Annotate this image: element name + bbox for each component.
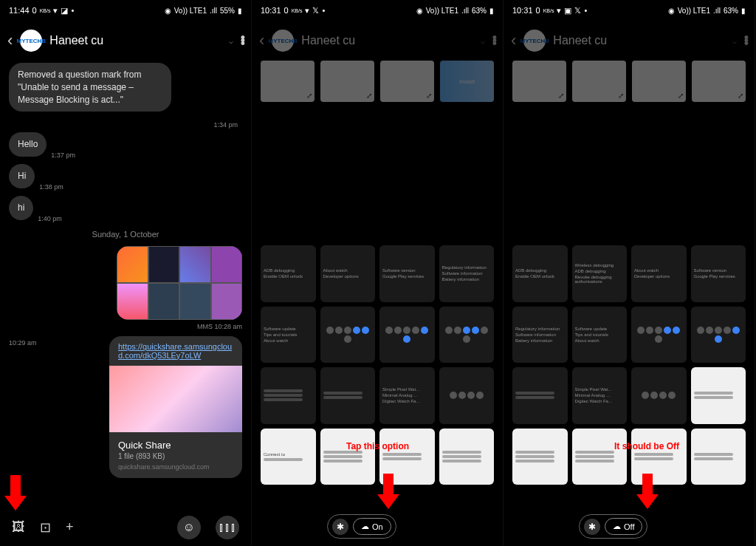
status-speed: 0 (32, 6, 37, 15)
gallery-thumbnail[interactable]: About watchDeveloper options (631, 245, 687, 302)
battery-icon: ▮ (741, 7, 746, 15)
more-menu-button[interactable]: ••• (744, 36, 747, 45)
signal-icon: .ıll (713, 7, 721, 15)
gallery-thumbnail[interactable] (261, 367, 316, 424)
install-label: Install (459, 78, 475, 85)
more-menu-button[interactable]: ••• (241, 36, 244, 45)
gallery-thumbnail[interactable] (691, 307, 746, 364)
gallery-thumbnail[interactable]: Regulatory informationSoftware informati… (512, 307, 568, 364)
gallery-thumbnail[interactable]: Software updateTips and tutorialsAbout w… (572, 307, 628, 364)
expand-icon: ⤢ (426, 92, 432, 100)
gallery-thumbnail[interactable] (320, 429, 376, 485)
gallery-thumbnail[interactable] (631, 367, 687, 424)
gallery-thumbnail[interactable] (512, 367, 568, 424)
down-arrow-icon: ▾ (53, 6, 58, 16)
battery-icon: ▮ (238, 7, 242, 15)
status-bar: 10:31 0 KB/s ▾ ▣ 𝕏 • ◉ Vo)) LTE1 .ıll 63… (504, 0, 755, 21)
status-bar: 11:44 0 KB/s ▾ ◪ • ◉ Vo)) LTE1 .ıll 55% … (0, 0, 251, 21)
cloud-toggle-pill[interactable]: ☁ On (353, 518, 391, 535)
gallery-thumbnail[interactable]: Connect to (261, 429, 316, 485)
back-button[interactable]: ‹ (7, 31, 13, 50)
gallery-grid[interactable]: ADB debuggingEnable OEM unlock About wat… (252, 239, 503, 491)
annotation-arrow (636, 474, 659, 511)
twitter-icon: 𝕏 (574, 6, 581, 16)
gallery-app-icon: ✱ (332, 519, 348, 535)
panel-conversation: 11:44 0 KB/s ▾ ◪ • ◉ Vo)) LTE1 .ıll 55% … (0, 0, 252, 546)
annotation-text: Tap this option (346, 441, 409, 451)
add-button[interactable]: + (66, 519, 74, 536)
gallery-thumbnail[interactable] (691, 367, 746, 424)
gallery-thumbnail[interactable]: Simple Pixel Wat...Minimal Analog ...Dig… (379, 367, 435, 424)
annotation-arrow (4, 475, 27, 512)
cloud-toggle-pill[interactable]: ☁ Off (605, 518, 642, 535)
gallery-thumbnail[interactable]: ADB debuggingEnable OEM unlock (512, 245, 568, 302)
contact-name[interactable]: Haneet cu (49, 34, 224, 47)
message-incoming[interactable]: Hello (9, 132, 47, 157)
status-time: 10:31 (512, 6, 533, 15)
contact-avatar[interactable]: MYTECHB (20, 30, 42, 52)
gallery-thumbnail[interactable] (320, 307, 376, 364)
chat-header-dimmed: ‹ MYTECHB Haneet cu ⌵ ••• (504, 21, 755, 61)
link-preview-card[interactable]: https://quickshare.samsungcloud.com/dkQ5… (109, 336, 242, 478)
expand-icon: ⤢ (678, 92, 684, 100)
status-speed-unit: KB/s (543, 8, 554, 13)
panel-gallery-picker-off: 10:31 0 KB/s ▾ ▣ 𝕏 • ◉ Vo)) LTE1 .ıll 63… (504, 0, 755, 546)
gallery-thumbnail[interactable] (439, 367, 495, 424)
message-incoming[interactable]: hi (9, 196, 33, 220)
back-button[interactable]: ‹ (511, 31, 516, 50)
gallery-thumbnail[interactable] (439, 429, 495, 485)
chat-scroll-area[interactable]: Removed a question mark from "Unable to … (0, 61, 251, 511)
status-time: 11:44 (9, 6, 30, 15)
status-bar: 10:31 0 KB/s ▾ 𝕏 • ◉ Vo)) LTE1 .ıll 63% … (252, 0, 503, 21)
status-net: Vo)) LTE1 (678, 7, 710, 15)
cloud-sync-toggle[interactable]: ✱ ☁ On (327, 514, 396, 539)
expand-icon: ⤢ (558, 92, 564, 100)
chat-header: ‹ MYTECHB Haneet cu ⌵ ••• (0, 21, 251, 61)
gallery-thumbnail[interactable] (320, 367, 376, 424)
gallery-button[interactable]: 🖼 (12, 519, 25, 536)
thumb: ⤢ (692, 61, 746, 102)
camera-button[interactable]: ⊡ (40, 519, 51, 536)
gallery-thumbnail[interactable] (572, 429, 628, 485)
gallery-thumbnail[interactable] (631, 307, 687, 364)
cloud-icon: ☁ (613, 522, 621, 531)
chat-header-dimmed: ‹ MYTECHB Haneet cu ⌵ ••• (252, 21, 503, 61)
contact-name: Haneet cu (301, 34, 476, 47)
back-button[interactable]: ‹ (259, 31, 264, 50)
message-image-attachment[interactable] (117, 246, 242, 320)
message-incoming[interactable]: Removed a question mark from "Unable to … (9, 63, 171, 112)
gallery-thumbnail[interactable]: About watchDeveloper options (320, 245, 376, 302)
gallery-thumbnail[interactable]: Simple Pixel Wat...Minimal Analog ...Dig… (572, 367, 628, 424)
annotation-arrow (377, 474, 399, 511)
dot-icon: • (322, 6, 325, 15)
down-arrow-icon: ▾ (305, 6, 309, 16)
voice-button[interactable]: ⫿⫿⫿ (216, 516, 239, 539)
gallery-thumbnail[interactable]: Regulatory informationSoftware informati… (439, 245, 495, 302)
gallery-thumbnail[interactable]: ADB debuggingEnable OEM unlock (261, 245, 316, 302)
gallery-thumbnail[interactable] (512, 429, 568, 485)
link-url[interactable]: https://quickshare.samsungcloud.com/dkQ5… (109, 336, 242, 366)
thumb: ⤢ (512, 61, 566, 102)
gallery-thumbnail[interactable]: Wireless debuggingADB debuggingRevoke de… (572, 245, 628, 302)
panel-gallery-picker-on: 10:31 0 KB/s ▾ 𝕏 • ◉ Vo)) LTE1 .ıll 63% … (252, 0, 504, 546)
gallery-thumbnail[interactable] (691, 429, 746, 485)
gallery-thumbnail[interactable]: Software versionGoogle Play services (691, 245, 746, 302)
chevron-down-icon[interactable]: ⌵ (229, 37, 233, 45)
emoji-button[interactable]: ☺ (177, 516, 201, 539)
gallery-thumbnail[interactable] (439, 307, 495, 364)
gallery-thumbnail[interactable]: Software versionGoogle Play services (379, 245, 435, 302)
gallery-thumbnail[interactable] (379, 307, 435, 364)
contact-name: Haneet cu (553, 34, 728, 47)
link-domain: quickshare.samsungcloud.com (118, 463, 233, 471)
cloud-sync-toggle[interactable]: ✱ ☁ Off (579, 514, 647, 539)
more-menu-button[interactable]: ••• (492, 36, 495, 45)
gallery-thumbnail[interactable]: Software updateTips and tutorialsAbout w… (261, 307, 316, 364)
gallery-grid[interactable]: ADB debuggingEnable OEM unlock Wireless … (504, 239, 755, 491)
status-battery: 63% (472, 7, 487, 15)
status-net: Vo)) LTE1 (426, 7, 458, 15)
message-input-bar: 🖼 ⊡ + ☺ ⫿⫿⫿ (0, 509, 251, 546)
message-timestamp: 1:40 pm (38, 215, 62, 222)
message-incoming[interactable]: Hi (9, 164, 35, 188)
chevron-down-icon: ⌵ (732, 37, 737, 45)
expand-icon: ⤢ (366, 92, 372, 100)
